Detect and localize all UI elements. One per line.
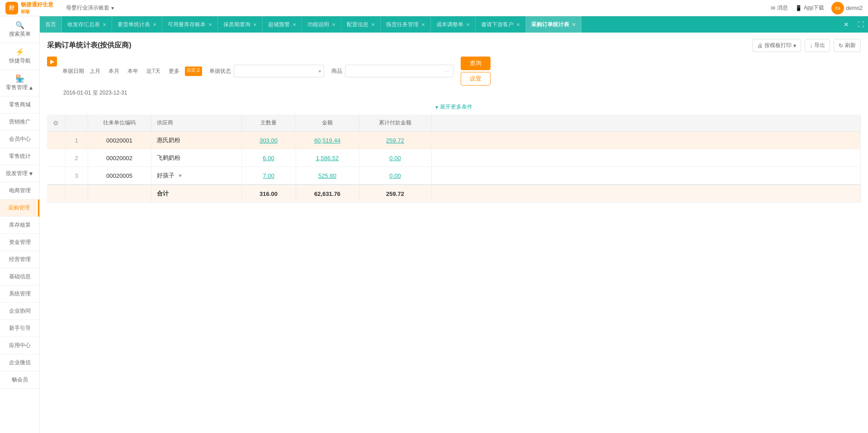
last-7days-btn[interactable]: 近7天 xyxy=(144,67,163,76)
more-options-icon[interactable]: ··· xyxy=(445,67,450,75)
this-month-btn[interactable]: 本月 xyxy=(106,67,122,76)
settings-button[interactable]: 设置 xyxy=(461,72,491,86)
close-icon[interactable]: ✕ xyxy=(208,22,212,27)
td-unit-code-1: 00020001 xyxy=(88,132,151,149)
sidebar-item-marketing[interactable]: 营销推广 xyxy=(0,114,39,131)
page-header: 采购订单统计表(按供应商) 🖨 按模板打印 ▾ ↓ 导出 ↻ 刷新 xyxy=(40,33,868,52)
sidebar-item-retail[interactable]: 🏪 零售管理 ▲ xyxy=(0,70,39,96)
close-icon[interactable]: ✕ xyxy=(103,22,106,27)
goods-input[interactable]: ··· xyxy=(345,65,453,77)
table-row: 3 00020005 好孩子 ▼ 7.00 525.80 0.00 xyxy=(47,167,861,185)
td-paid-1[interactable]: 259.72 xyxy=(359,132,431,149)
tab-overstock-warning[interactable]: 超储预警 ✕ xyxy=(263,16,302,33)
content-area: 首页 收发存汇总表 ✕ 要货单统计表 ✕ 可用量库存账本 ✕ 保质期查询 ✕ 超… xyxy=(40,16,868,433)
message-button[interactable]: ✉ 消息 xyxy=(771,4,788,12)
sidebar-item-retail-shop[interactable]: 零售商城 xyxy=(0,96,39,114)
template-print-button[interactable]: 🖨 按模板打印 ▾ xyxy=(752,39,801,52)
close-icon[interactable]: ✕ xyxy=(371,22,375,27)
sidebar-item-shortcut[interactable]: ⚡ 快捷导航 xyxy=(0,43,39,70)
td-total-rownum xyxy=(65,185,88,203)
avatar: Ea xyxy=(831,2,844,14)
tab-function-desc[interactable]: 功能说明 ✕ xyxy=(302,16,341,33)
filter-toggle-button[interactable]: ▶ xyxy=(47,57,57,67)
table-header-row: ⚙ 往来单位编码 供应商 主数量 金额 累计付款金额 xyxy=(47,114,861,132)
sidebar-item-purchase[interactable]: 采购管理 xyxy=(0,200,39,217)
refresh-icon: ↻ xyxy=(839,43,843,49)
goods-filter: 商品 ··· xyxy=(331,65,453,77)
table-wrapper: ⚙ 往来单位编码 供应商 主数量 金额 累计付款金额 xyxy=(47,114,861,433)
table-row: 1 00020001 惠氏奶粉 303.00 60,519.44 259.72 xyxy=(47,132,861,149)
sidebar-item-inventory[interactable]: 库存核算 xyxy=(0,217,39,234)
td-amount-2[interactable]: 1,586.52 xyxy=(296,149,359,167)
tab-inventory-account[interactable]: 可用量库存账本 ✕ xyxy=(162,16,218,33)
sidebar-item-member[interactable]: 会员中心 xyxy=(0,131,39,148)
fullscreen-button[interactable]: ⛶ xyxy=(854,16,868,33)
close-icon[interactable]: ✕ xyxy=(153,22,156,27)
close-icon[interactable]: ✕ xyxy=(466,22,470,27)
td-amount-3[interactable]: 525.80 xyxy=(296,167,359,185)
th-settings[interactable]: ⚙ xyxy=(47,114,65,132)
sidebar-item-operations[interactable]: 经营管理 xyxy=(0,251,39,268)
main-layout: 🔍 搜索英单 ⚡ 快捷导航 🏪 零售管理 ▲ 零售商城 营销推广 会员中心 零售… xyxy=(0,16,868,433)
close-icon[interactable]: ✕ xyxy=(421,22,425,27)
table-footer: 合计 316.00 62,631.76 259.72 xyxy=(47,185,861,203)
this-year-btn[interactable]: 本年 xyxy=(125,67,141,76)
td-amount-1[interactable]: 60,519.44 xyxy=(296,132,359,149)
tab-home[interactable]: 首页 xyxy=(40,16,62,33)
tab-receive-send[interactable]: 收发存汇总表 ✕ xyxy=(62,16,112,33)
sidebar-item-ecommerce[interactable]: 电商管理 xyxy=(0,182,39,200)
close-icon[interactable]: ✕ xyxy=(292,22,296,27)
close-all-tabs-button[interactable]: ✕ xyxy=(839,16,854,33)
sidebar-item-system[interactable]: 系统管理 xyxy=(0,285,39,303)
expand-conditions-button[interactable]: ▾ 展开更多条件 xyxy=(432,101,476,113)
close-icon[interactable]: ✕ xyxy=(516,22,520,27)
td-supplier-1: 惠氏奶粉 xyxy=(151,132,241,149)
user-profile[interactable]: Ea demo2 xyxy=(831,2,863,14)
filter-area: ▶ 单据日期 上月 本月 本年 近7天 xyxy=(40,52,868,114)
tab-requisition-stats[interactable]: 要货单统计表 ✕ xyxy=(112,16,162,33)
date-range-display: 2016-01-01 至 2023-12-31 xyxy=(62,89,861,97)
td-settings xyxy=(47,167,65,185)
chevron-right-icon: ▼ xyxy=(178,173,183,178)
tab-config-info[interactable]: 配置信息 ✕ xyxy=(341,16,381,33)
td-total-qty: 316.00 xyxy=(241,185,296,203)
status-select[interactable]: ▾ xyxy=(234,65,324,77)
last-month-btn[interactable]: 上月 xyxy=(87,67,103,76)
tab-purchase-stats[interactable]: 采购订单统计表 ✕ xyxy=(526,16,581,33)
td-total-label xyxy=(88,185,151,203)
sidebar-item-wholesale[interactable]: 批发管理 ▼ xyxy=(0,165,39,182)
sidebar-item-appcenter[interactable]: 应用中心 xyxy=(0,337,39,354)
sidebar-item-retail-stats[interactable]: 零售统计 xyxy=(0,148,39,165)
settings-icon[interactable]: ⚙ xyxy=(53,119,59,127)
sidebar-item-enterprise[interactable]: 企业协同 xyxy=(0,303,39,320)
close-icon[interactable]: ✕ xyxy=(253,22,257,27)
date-filter: 单据日期 上月 本月 本年 近7天 更多 自定义 xyxy=(62,67,202,76)
td-empty-2 xyxy=(431,149,861,167)
query-button[interactable]: 查询 xyxy=(461,57,491,70)
sidebar-item-member2[interactable]: 畅会员 xyxy=(0,371,39,389)
sidebar: 🔍 搜索英单 ⚡ 快捷导航 🏪 零售管理 ▲ 零售商城 营销推广 会员中心 零售… xyxy=(0,16,40,433)
sidebar-item-basic[interactable]: 基础信息 xyxy=(0,268,39,285)
td-paid-3[interactable]: 0.00 xyxy=(359,167,431,185)
tab-picking-task[interactable]: 拣货任务管理 ✕ xyxy=(381,16,431,33)
tab-cost-adjust[interactable]: 成本调整单 ✕ xyxy=(431,16,476,33)
close-icon[interactable]: ✕ xyxy=(572,22,576,27)
tab-invite-downstream[interactable]: 邀请下游客户 ✕ xyxy=(476,16,526,33)
more-date-btn[interactable]: 更多 xyxy=(166,67,182,76)
workspace-selector[interactable]: 母婴行业演示账套 ▾ xyxy=(66,4,114,12)
sidebar-item-finance[interactable]: 资金管理 xyxy=(0,234,39,251)
app-download-button[interactable]: 📱 App下载 xyxy=(795,4,824,12)
tab-expiry-query[interactable]: 保质期查询 ✕ xyxy=(218,16,263,33)
export-button[interactable]: ↓ 导出 xyxy=(805,39,830,52)
td-main-qty-2[interactable]: 6.00 xyxy=(241,149,296,167)
td-unit-code-2: 00020002 xyxy=(88,149,151,167)
refresh-button[interactable]: ↻ 刷新 xyxy=(834,39,861,52)
sidebar-item-search[interactable]: 🔍 搜索英单 xyxy=(0,16,39,43)
sidebar-item-wechat[interactable]: 企业微信 xyxy=(0,354,39,371)
td-main-qty-1[interactable]: 303.00 xyxy=(241,132,296,149)
td-rownum-2: 2 xyxy=(65,149,88,167)
td-main-qty-3[interactable]: 7.00 xyxy=(241,167,296,185)
td-paid-2[interactable]: 0.00 xyxy=(359,149,431,167)
sidebar-item-newguide[interactable]: 新手引导 xyxy=(0,320,39,337)
close-icon[interactable]: ✕ xyxy=(332,22,335,27)
